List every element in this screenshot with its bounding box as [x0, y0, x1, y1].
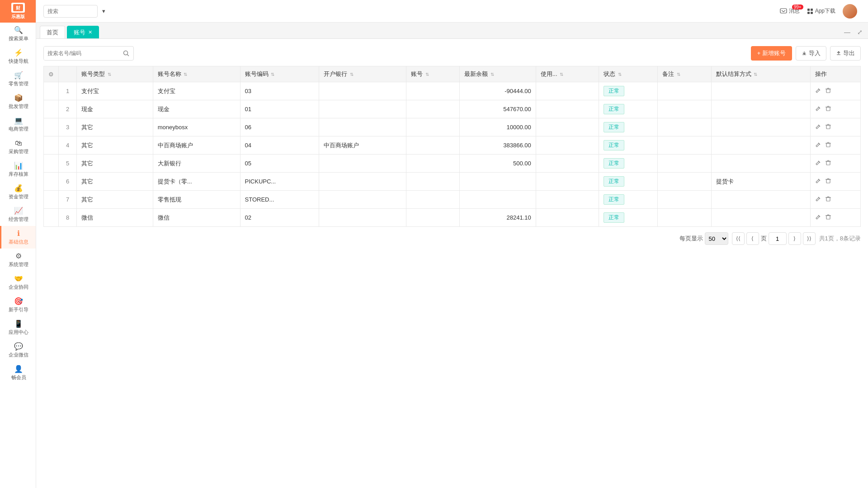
- cell-remark-2: [658, 118, 711, 136]
- cell-usage-4: [536, 155, 599, 173]
- sidebar-item-wholesale[interactable]: 📦 批发管理: [0, 90, 36, 113]
- sidebar-item-enterprise[interactable]: 🤝 企业协同: [0, 271, 36, 294]
- import-button[interactable]: 导入: [796, 46, 826, 61]
- th-balance[interactable]: 最新余额 ⇅: [460, 66, 536, 82]
- delete-icon[interactable]: [825, 123, 831, 131]
- dropdown-btn[interactable]: ▾: [102, 8, 105, 14]
- top-search-input[interactable]: [43, 5, 98, 18]
- edit-icon[interactable]: [815, 105, 821, 113]
- page-first-button[interactable]: ⟨⟨: [732, 232, 745, 245]
- cell-status-7: 正常: [599, 209, 658, 227]
- edit-icon[interactable]: [815, 178, 821, 185]
- sidebar-item-system[interactable]: ⚙ 系统管理: [0, 249, 36, 271]
- sort-bank-icon: ⇅: [350, 72, 354, 77]
- sidebar-item-retail[interactable]: 🛒 零售管理: [0, 68, 36, 90]
- sort-code-icon: ⇅: [271, 72, 274, 77]
- sidebar-item-inventory[interactable]: 📊 库存核算: [0, 158, 36, 181]
- svg-point-7: [124, 51, 128, 55]
- status-badge: 正常: [604, 140, 624, 150]
- sidebar-item-finance[interactable]: 💰 资金管理: [0, 181, 36, 203]
- export-button[interactable]: 导出: [830, 46, 861, 61]
- search-input[interactable]: [44, 47, 119, 60]
- cell-usage-0: [536, 82, 599, 100]
- edit-icon[interactable]: [815, 141, 821, 149]
- th-default-settle[interactable]: 默认结算方式 ⇅: [711, 66, 810, 82]
- delete-icon[interactable]: [825, 105, 831, 113]
- cell-default-settle-5: 提货卡: [711, 173, 810, 191]
- svg-rect-30: [826, 179, 830, 183]
- th-usage[interactable]: 使用... ⇅: [536, 66, 599, 82]
- delete-icon[interactable]: [825, 214, 831, 221]
- delete-icon[interactable]: [825, 141, 831, 149]
- tab-close-icon[interactable]: ✕: [88, 29, 92, 35]
- header-right: 消息 99+ App下载: [780, 4, 861, 19]
- svg-rect-4: [811, 9, 813, 11]
- th-status[interactable]: 状态 ⇅: [599, 66, 658, 82]
- app-download-label: App下载: [815, 7, 835, 15]
- per-page-select[interactable]: 10 20 50 100: [705, 232, 728, 245]
- tab-home[interactable]: 首页: [40, 26, 65, 38]
- page-next-button[interactable]: ⟩: [788, 232, 801, 245]
- cell-num-7: 8: [59, 209, 77, 227]
- edit-icon[interactable]: [815, 214, 821, 221]
- cell-account-3: [406, 136, 459, 155]
- sidebar-item-purchase[interactable]: 🛍 采购管理: [0, 136, 36, 158]
- tab-maximize-button[interactable]: ⤢: [855, 28, 864, 37]
- edit-icon[interactable]: [815, 123, 821, 131]
- page-prev-button[interactable]: ⟨: [746, 232, 759, 245]
- th-bank[interactable]: 开户银行 ⇅: [319, 66, 406, 82]
- cell-bank-4: [319, 155, 406, 173]
- th-name[interactable]: 账号名称 ⇅: [153, 66, 240, 82]
- th-remark[interactable]: 备注 ⇅: [658, 66, 711, 82]
- sidebar-item-quicknav[interactable]: ⚡ 快捷导航: [0, 45, 36, 68]
- cell-status-0: 正常: [599, 82, 658, 100]
- message-button[interactable]: 消息 99+: [780, 7, 800, 15]
- sidebar-item-basic-info[interactable]: ℹ 基础信息: [0, 226, 36, 249]
- cell-actions-0: [810, 82, 860, 100]
- table-row: 7 其它 零售抵现 STORED... 正常: [44, 191, 861, 209]
- table-row: 4 其它 中百商场账户 04 中百商场账户 383866.00 正常: [44, 136, 861, 155]
- column-settings-icon[interactable]: ⚙: [48, 71, 54, 78]
- cell-type-1: 现金: [77, 100, 153, 118]
- sidebar-item-member[interactable]: 👤 畅会员: [0, 361, 36, 384]
- svg-rect-18: [826, 125, 830, 129]
- th-type[interactable]: 账号类型 ⇅: [77, 66, 153, 82]
- app-download-button[interactable]: App下载: [807, 7, 835, 15]
- page-last-button[interactable]: ⟩⟩: [803, 232, 816, 245]
- delete-icon[interactable]: [825, 196, 831, 203]
- edit-icon[interactable]: [815, 196, 821, 203]
- delete-icon[interactable]: [825, 87, 831, 95]
- th-code-label: 账号编码: [245, 70, 269, 77]
- edit-icon[interactable]: [815, 87, 821, 95]
- sidebar-item-ecommerce[interactable]: 💻 电商管理: [0, 113, 36, 136]
- delete-icon[interactable]: [825, 178, 831, 185]
- th-code[interactable]: 账号编码 ⇅: [240, 66, 319, 82]
- sidebar-item-operations[interactable]: 📈 经营管理: [0, 203, 36, 226]
- page-input[interactable]: [769, 232, 787, 245]
- sidebar-item-newguide[interactable]: 🎯 新手引导: [0, 294, 36, 316]
- cell-bank-1: [319, 100, 406, 118]
- th-account-label: 账号: [411, 70, 423, 77]
- user-avatar-area[interactable]: [843, 4, 861, 19]
- cell-balance-5: [460, 173, 536, 191]
- cell-account-4: [406, 155, 459, 173]
- sidebar-item-search[interactable]: 🔍 搜索菜单: [0, 23, 36, 45]
- sidebar: 财 乐惠版 🔍 搜索菜单 ⚡ 快捷导航 🛒 零售管理 📦 批发管理 💻 电商管理…: [0, 0, 36, 488]
- th-account[interactable]: 账号 ⇅: [406, 66, 459, 82]
- cell-settings-0: [44, 82, 59, 100]
- sidebar-item-appcenter[interactable]: 📱 应用中心: [0, 316, 36, 339]
- tab-account[interactable]: 账号 ✕: [67, 26, 99, 38]
- svg-rect-10: [826, 89, 830, 93]
- cell-code-4: 05: [240, 155, 319, 173]
- cell-default-settle-0: [711, 82, 810, 100]
- th-settings: ⚙: [44, 66, 59, 82]
- svg-rect-26: [826, 161, 830, 165]
- svg-rect-34: [826, 197, 830, 201]
- tab-minimize-button[interactable]: —: [843, 28, 852, 37]
- search-button[interactable]: [119, 46, 133, 61]
- sidebar-item-wework[interactable]: 💬 企业微信: [0, 339, 36, 361]
- delete-icon[interactable]: [825, 160, 831, 167]
- edit-icon[interactable]: [815, 160, 821, 167]
- svg-line-8: [127, 55, 129, 56]
- add-account-button[interactable]: + 新增账号: [751, 46, 792, 61]
